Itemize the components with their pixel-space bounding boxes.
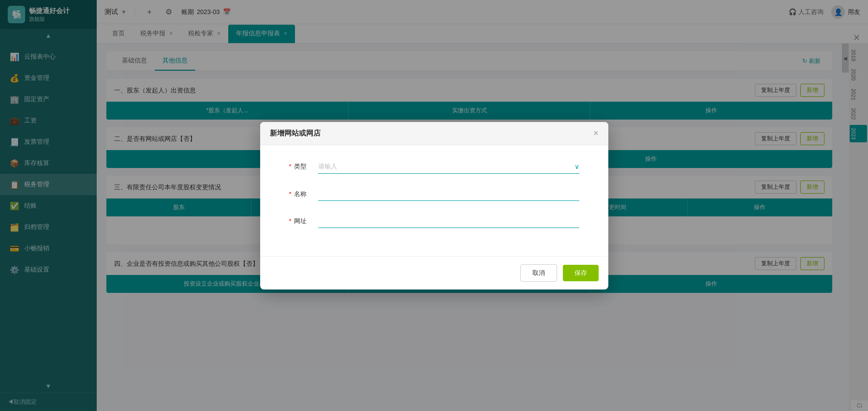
form-group-url: * 网址: [289, 214, 579, 228]
form-group-type: * 类型 ∨: [289, 160, 579, 174]
form-group-name: * 名称: [289, 187, 579, 201]
form-label-type: * 类型: [289, 162, 318, 171]
type-dropdown-icon[interactable]: ∨: [574, 163, 579, 170]
required-star-name: *: [289, 190, 292, 198]
form-type-wrapper: ∨: [318, 160, 579, 174]
cancel-button[interactable]: 取消: [520, 264, 557, 282]
save-button[interactable]: 保存: [563, 265, 599, 281]
required-star-type: *: [289, 163, 292, 170]
type-input[interactable]: [318, 163, 574, 170]
dialog-close-button[interactable]: ×: [593, 129, 599, 137]
form-label-url: * 网址: [289, 217, 318, 226]
form-url-wrapper: [318, 214, 579, 228]
dialog-footer: 取消 保存: [260, 256, 608, 289]
dialog-body: * 类型 ∨ * 名称 *: [260, 145, 608, 256]
dialog-overlay: 新增网站或网店 × * 类型 ∨ * 名称: [0, 0, 868, 411]
url-input[interactable]: [318, 217, 579, 225]
dialog-header: 新增网站或网店 ×: [260, 122, 608, 145]
add-website-dialog: 新增网站或网店 × * 类型 ∨ * 名称: [260, 122, 608, 289]
name-input[interactable]: [318, 190, 579, 198]
dialog-title: 新增网站或网店: [270, 129, 321, 138]
required-star-url: *: [289, 217, 292, 225]
form-label-name: * 名称: [289, 190, 318, 198]
form-name-wrapper: [318, 187, 579, 201]
